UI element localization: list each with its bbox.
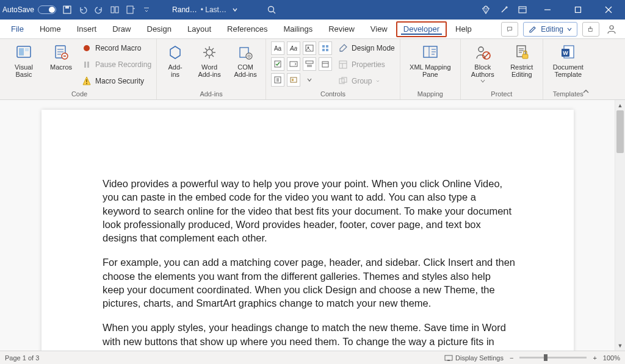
tab-view[interactable]: View <box>363 20 395 39</box>
addins-button[interactable]: Add- ins <box>162 41 189 78</box>
share-button[interactable] <box>582 22 599 37</box>
tab-developer[interactable]: Developer <box>396 21 447 37</box>
control-repeating-icon[interactable] <box>271 73 284 87</box>
svg-text:W: W <box>563 50 568 56</box>
maximize-button[interactable] <box>564 0 592 20</box>
control-date-icon[interactable] <box>319 57 332 71</box>
gear-icon <box>200 43 219 62</box>
pause-recording-label: Pause Recording <box>95 60 151 69</box>
svg-line-34 <box>205 55 207 57</box>
visual-basic-label: Visual Basic <box>15 63 33 78</box>
group-addins: Add- ins Word Add-ins COM Add-ins Add-in… <box>157 39 266 99</box>
zoom-out-button[interactable]: − <box>510 354 513 362</box>
search-icon[interactable] <box>267 5 276 15</box>
control-rich-text-icon[interactable]: Aa <box>271 41 284 55</box>
wand-icon[interactable] <box>499 5 509 15</box>
tab-help[interactable]: Help <box>448 20 479 39</box>
visual-basic-button[interactable]: Visual Basic <box>7 41 40 78</box>
design-mode-button[interactable]: Design Mode <box>338 41 395 55</box>
window-icon[interactable] <box>518 5 527 15</box>
svg-rect-42 <box>322 49 325 51</box>
control-legacy-dropdown-icon[interactable] <box>303 73 316 87</box>
title-bar: AutoSave Rand… • Last… <box>0 0 625 20</box>
com-addins-button[interactable]: COM Add-ins <box>230 41 261 78</box>
group-protect: Block Authors Restrict Editing Protect <box>461 39 543 99</box>
shield-warning-icon <box>82 76 92 86</box>
autosave-toggle[interactable] <box>38 5 56 14</box>
control-checkbox-icon[interactable] <box>271 57 284 71</box>
tab-insert[interactable]: Insert <box>70 20 104 39</box>
editing-mode-button[interactable]: Editing <box>523 22 577 37</box>
close-button[interactable] <box>594 0 623 20</box>
collapse-ribbon-icon[interactable] <box>582 88 590 96</box>
group-templates: W Document Template Templates <box>543 39 593 99</box>
svg-rect-51 <box>292 79 294 81</box>
redo-icon[interactable] <box>94 5 104 15</box>
document-template-button[interactable]: W Document Template <box>548 41 588 78</box>
group-addins-label: Add-ins <box>200 89 222 99</box>
xml-mapping-button[interactable]: XML Mapping Pane <box>405 41 455 78</box>
svg-rect-46 <box>306 61 313 63</box>
tab-design[interactable]: Design <box>140 20 179 39</box>
scroll-thumb[interactable] <box>616 110 624 153</box>
tab-review[interactable]: Review <box>321 20 362 39</box>
word-addins-button[interactable]: Word Add-ins <box>195 41 224 78</box>
qat-customize-icon[interactable] <box>142 5 151 15</box>
tab-layout[interactable]: Layout <box>180 20 219 39</box>
group-controls: Aa Aa <box>266 39 400 99</box>
tab-draw[interactable]: Draw <box>105 20 138 39</box>
group-icon <box>338 76 348 86</box>
svg-point-25 <box>86 83 87 84</box>
svg-line-31 <box>205 48 207 50</box>
qat-icon-1[interactable] <box>110 5 120 15</box>
macro-security-button[interactable]: Macro Security <box>82 74 151 88</box>
display-settings-button[interactable]: Display Settings <box>444 354 504 362</box>
record-macro-label: Record Macro <box>95 44 141 52</box>
block-authors-button[interactable]: Block Authors <box>466 41 500 83</box>
comments-button[interactable] <box>501 22 518 37</box>
restrict-editing-button[interactable]: Restrict Editing <box>506 41 538 78</box>
tab-file[interactable]: File <box>4 20 31 39</box>
tab-references[interactable]: References <box>220 20 275 39</box>
scroll-up-icon[interactable]: ▲ <box>615 100 625 110</box>
zoom-in-button[interactable]: + <box>593 354 596 362</box>
zoom-slider[interactable] <box>519 357 587 359</box>
tab-mailings[interactable]: Mailings <box>276 20 320 39</box>
autosave-label: AutoSave <box>2 5 34 14</box>
control-legacy-icon[interactable] <box>287 73 300 87</box>
vertical-scrollbar[interactable]: ▲ ▼ <box>615 100 625 351</box>
minimize-button[interactable] <box>533 0 562 20</box>
qat-icon-2[interactable] <box>126 5 135 15</box>
svg-rect-11 <box>576 7 581 13</box>
svg-rect-43 <box>326 49 328 51</box>
control-building-block-icon[interactable] <box>319 41 332 55</box>
zoom-level[interactable]: 100% <box>603 354 620 362</box>
svg-rect-8 <box>519 7 526 13</box>
svg-point-15 <box>610 26 613 29</box>
svg-rect-1 <box>65 6 69 9</box>
document-workspace: Video provides a powerful way to help yo… <box>0 100 625 351</box>
macros-button[interactable]: Macros <box>46 41 76 71</box>
control-combo-icon[interactable] <box>287 57 300 71</box>
page-indicator[interactable]: Page 1 of 3 <box>5 354 39 362</box>
group-control-button: Group <box>338 74 395 88</box>
chevron-down-icon[interactable] <box>230 5 240 15</box>
control-dropdown-icon[interactable] <box>303 57 316 71</box>
group-code-label: Code <box>71 89 87 99</box>
pause-icon <box>82 60 92 70</box>
svg-rect-3 <box>115 7 118 13</box>
document-title[interactable]: Rand… • Last… <box>172 5 240 15</box>
svg-line-62 <box>484 53 489 58</box>
scroll-down-icon[interactable]: ▼ <box>615 340 625 351</box>
control-plain-text-icon[interactable]: Aa <box>287 41 300 55</box>
document-page[interactable]: Video provides a powerful way to help yo… <box>42 110 574 351</box>
svg-rect-41 <box>326 45 328 48</box>
record-macro-button[interactable]: Record Macro <box>82 41 151 55</box>
tab-home[interactable]: Home <box>32 20 68 39</box>
control-picture-icon[interactable] <box>303 41 316 55</box>
undo-icon[interactable] <box>78 5 88 15</box>
svg-rect-64 <box>522 54 528 59</box>
account-icon[interactable] <box>604 24 619 34</box>
save-icon[interactable] <box>62 5 72 15</box>
diamond-icon[interactable] <box>481 5 491 15</box>
